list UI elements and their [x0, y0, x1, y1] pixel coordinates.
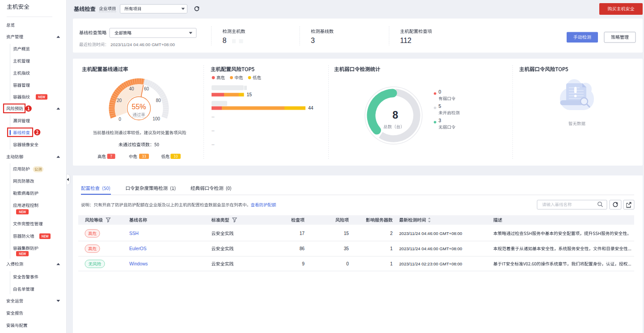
svg-text:86: 86 [300, 246, 305, 251]
svg-text:100: 100 [153, 116, 160, 121]
svg-text:17: 17 [300, 231, 305, 236]
svg-text:0: 0 [119, 117, 121, 122]
svg-text:2023/11/24 02:23:00 GMT+08:00: 2023/11/24 02:23:00 GMT+08:00 [399, 261, 462, 266]
svg-text:112: 112 [400, 37, 412, 44]
svg-text:80: 80 [156, 98, 161, 103]
svg-text:2023/11/24 04:46:00 GMT+08:00: 2023/11/24 04:46:00 GMT+08:00 [399, 246, 462, 251]
svg-text:44: 44 [308, 105, 314, 111]
svg-text:8: 8 [223, 37, 227, 44]
svg-text:8: 8 [393, 109, 398, 121]
svg-text:60: 60 [144, 86, 149, 91]
svg-text:1: 1 [390, 246, 393, 251]
svg-text:9: 9 [302, 261, 305, 266]
svg-text:35: 35 [344, 246, 349, 251]
svg-text:2: 2 [390, 231, 393, 236]
svg-text:0: 0 [346, 261, 349, 266]
svg-text:40: 40 [129, 86, 134, 91]
svg-text:0: 0 [439, 89, 441, 94]
svg-text:2023/11/24 04:46:00 GMT+08:00: 2023/11/24 04:46:00 GMT+08:00 [110, 42, 175, 47]
svg-text:2023/11/24 04:46:00 GMT+08:00: 2023/11/24 04:46:00 GMT+08:00 [399, 231, 462, 236]
svg-text:EulerOS: EulerOS [129, 246, 147, 251]
svg-text:3: 3 [311, 37, 315, 44]
svg-text:5: 5 [439, 103, 441, 109]
svg-text:--: -- [212, 142, 215, 147]
svg-text:15: 15 [247, 92, 252, 97]
svg-text:55%: 55% [131, 103, 146, 111]
svg-text:Windows: Windows [129, 261, 148, 266]
svg-text:--: -- [212, 114, 215, 119]
svg-text:20: 20 [117, 98, 122, 103]
svg-text:15: 15 [344, 231, 349, 236]
svg-text:SSH: SSH [129, 231, 139, 236]
svg-text:1: 1 [390, 261, 393, 266]
svg-text:3: 3 [439, 118, 441, 123]
svg-text:--: -- [212, 128, 215, 133]
